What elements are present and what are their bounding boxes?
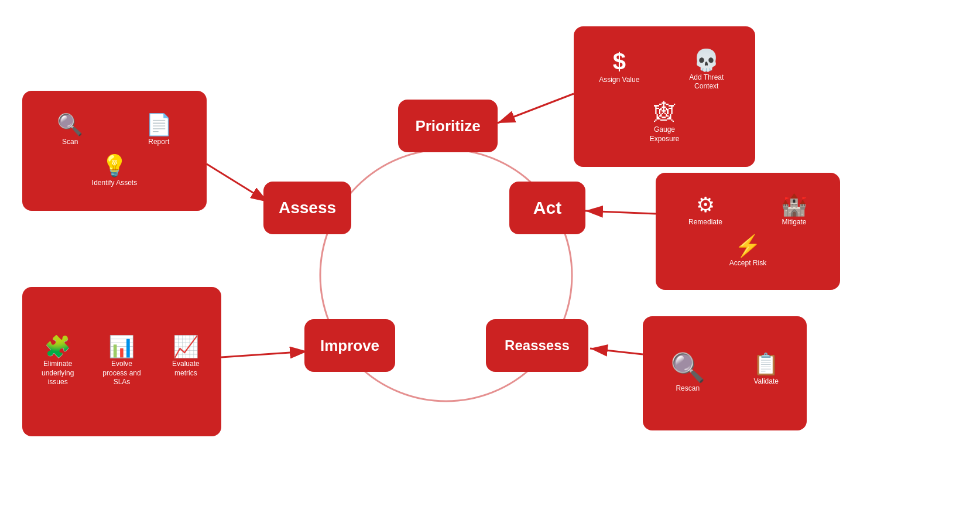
evolve-icon: 📊 [108,336,135,357]
gauge-exposure-icon: 🕸 [654,102,675,123]
accept-risk-icon: ⚡ [735,235,761,257]
scan-label: Scan [62,138,78,147]
act-group: ⚙ Remediate 🏰 Mitigate ⚡ Accept Risk [656,173,840,290]
evaluate-label: Evaluate metrics [162,360,209,378]
evolve-item[interactable]: 📊 Evolve process and SLAs [98,336,145,387]
prioritize-label: Prioritize [415,117,480,135]
svg-line-2 [207,164,268,202]
assess-label: Assess [279,199,336,217]
report-item[interactable]: 📄 Report [146,114,172,147]
eliminate-label: Eliminate underlying issues [35,360,81,387]
gauge-exposure-label: Gauge Exposure [641,125,688,143]
evolve-label: Evolve process and SLAs [98,360,145,387]
mitigate-label: Mitigate [782,218,806,227]
mitigate-item[interactable]: 🏰 Mitigate [781,194,807,227]
reassess-node[interactable]: Reassess [486,319,588,372]
remediate-label: Remediate [688,218,722,227]
remediate-icon: ⚙ [696,194,715,216]
eliminate-icon: 🧩 [44,336,71,357]
act-label: Act [533,198,561,218]
prioritize-node[interactable]: Prioritize [398,100,498,152]
identify-assets-icon: 💡 [101,155,128,176]
remediate-item[interactable]: ⚙ Remediate [688,194,722,227]
validate-item[interactable]: 📋 Validate [753,354,779,387]
validate-icon: 📋 [753,354,779,375]
diagram-container: Assess Prioritize Act Reassess Improve 🔍… [0,0,980,506]
svg-line-6 [221,351,307,357]
report-icon: 📄 [146,114,172,135]
assign-value-label: Assign Value [599,76,639,85]
act-node[interactable]: Act [509,182,585,234]
report-label: Report [148,138,169,147]
identify-assets-label: Identify Assets [92,179,137,188]
assign-value-icon: $ [613,50,626,73]
identify-assets-item[interactable]: 💡 Identify Assets [92,155,137,188]
svg-line-4 [585,211,656,214]
scan-group: 🔍 Scan 📄 Report 💡 Identify Assets [22,91,207,211]
reassess-group: 🔍 Rescan 📋 Validate [643,316,807,430]
improve-group: 🧩 Eliminate underlying issues 📊 Evolve p… [22,287,221,436]
evaluate-icon: 📈 [173,336,199,357]
rescan-icon: 🔍 [670,354,705,382]
scan-icon: 🔍 [57,114,83,135]
validate-label: Validate [754,377,779,387]
svg-line-3 [498,94,574,123]
add-threat-context-icon: 💀 [693,50,719,71]
eliminate-item[interactable]: 🧩 Eliminate underlying issues [35,336,81,387]
improve-node[interactable]: Improve [304,319,395,372]
scan-item[interactable]: 🔍 Scan [57,114,83,147]
mitigate-icon: 🏰 [781,194,807,216]
accept-risk-label: Accept Risk [729,259,766,268]
prioritize-group: $ Assign Value 💀 Add Threat Context 🕸 Ga… [574,26,755,167]
svg-line-5 [590,348,643,354]
evaluate-item[interactable]: 📈 Evaluate metrics [162,336,209,378]
reassess-label: Reassess [505,337,570,354]
rescan-label: Rescan [676,384,700,394]
assess-node[interactable]: Assess [263,182,351,234]
accept-risk-item[interactable]: ⚡ Accept Risk [729,235,766,268]
improve-label: Improve [320,337,379,355]
rescan-item[interactable]: 🔍 Rescan [670,354,705,394]
add-threat-context-label: Add Threat Context [683,73,730,91]
add-threat-context-item[interactable]: 💀 Add Threat Context [683,50,730,91]
gauge-exposure-item[interactable]: 🕸 Gauge Exposure [641,102,688,143]
assign-value-item[interactable]: $ Assign Value [599,50,639,85]
